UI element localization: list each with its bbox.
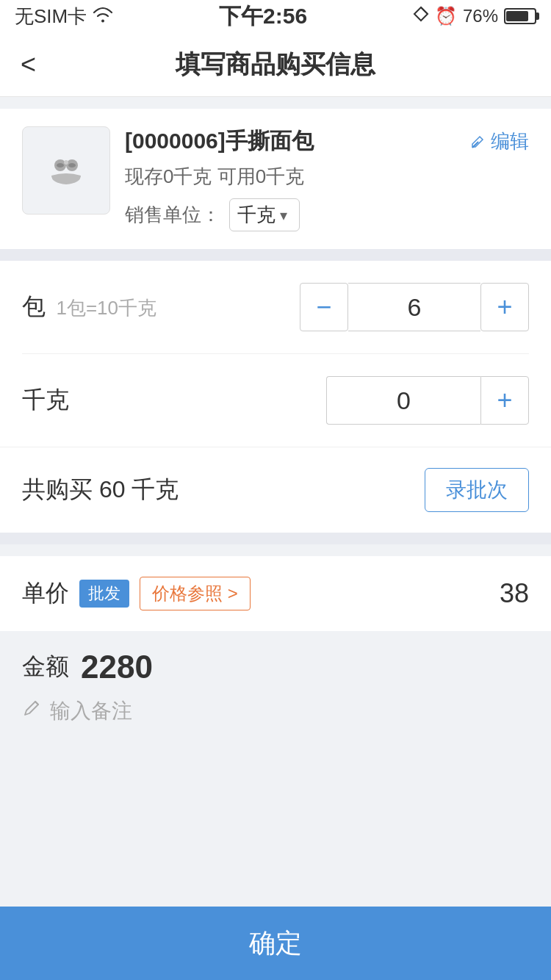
chevron-down-icon: ▾ <box>280 206 287 224</box>
alarm-icon: ⏰ <box>435 6 457 26</box>
bao-minus-button[interactable]: − <box>300 283 348 331</box>
carrier-label: 无SIM卡 <box>15 4 87 29</box>
product-stock: 现存0千克 可用0千克 <box>125 164 529 190</box>
pencil-icon <box>22 699 43 724</box>
remark-row[interactable]: 输入备注 <box>22 697 529 725</box>
status-left: 无SIM卡 <box>15 4 113 29</box>
price-label: 单价 <box>22 577 69 610</box>
edit-button[interactable]: 编辑 <box>469 129 529 154</box>
bao-qty-control: − + <box>300 283 529 331</box>
svg-point-3 <box>68 163 76 167</box>
kg-qty-input[interactable] <box>326 376 480 425</box>
location-icon <box>413 6 429 26</box>
unit-value: 千克 <box>237 202 276 228</box>
svg-point-4 <box>64 160 68 165</box>
amount-value: 2280 <box>81 649 153 685</box>
status-right: ⏰ 76% <box>413 6 536 26</box>
product-card: [0000006]手撕面包 编辑 现存0千克 可用0千克 销售单位： 千克 ▾ <box>0 109 551 249</box>
price-left: 单价 批发 价格参照 > <box>22 577 251 610</box>
total-text: 共购买 60 千克 <box>22 474 179 506</box>
edit-label: 编辑 <box>491 129 529 154</box>
bao-label: 包 <box>22 293 46 320</box>
price-section: 单价 批发 价格参照 > 38 <box>0 556 551 631</box>
svg-point-2 <box>57 163 64 167</box>
batch-button[interactable]: 录批次 <box>425 468 529 512</box>
product-name: [0000006]手撕面包 <box>125 126 314 156</box>
price-ref-button[interactable]: 价格参照 > <box>140 577 251 610</box>
section-divider-1 <box>0 249 551 261</box>
confirm-button[interactable]: 确定 <box>0 907 551 980</box>
status-bar: 无SIM卡 下午2:56 ⏰ 76% <box>0 0 551 32</box>
product-info: [0000006]手撕面包 编辑 现存0千克 可用0千克 销售单位： 千克 ▾ <box>125 126 529 231</box>
price-value: 38 <box>500 578 529 609</box>
back-button[interactable]: < <box>21 49 36 80</box>
bao-hint: 1包=10千克 <box>56 297 156 319</box>
kg-qty-control: + <box>326 376 529 425</box>
unit-select[interactable]: 千克 ▾ <box>229 198 300 231</box>
amount-section: 金额 2280 输入备注 <box>0 631 551 737</box>
wifi-icon <box>93 5 113 28</box>
kg-label: 千克 <box>22 384 69 417</box>
status-time: 下午2:56 <box>219 1 307 32</box>
bao-plus-button[interactable]: + <box>480 283 529 331</box>
nav-bar: < 填写商品购买信息 <box>0 32 551 97</box>
bao-label-group: 包 1包=10千克 <box>22 291 156 323</box>
battery-percent: 76% <box>463 6 498 26</box>
section-divider-3 <box>0 533 551 544</box>
price-tag: 批发 <box>79 580 129 608</box>
quantity-section: 包 1包=10千克 − + 千克 + <box>0 261 551 447</box>
product-thumbnail <box>22 126 110 215</box>
unit-label: 销售单位： <box>125 202 220 228</box>
bao-qty-input[interactable] <box>348 283 480 331</box>
page-title: 填写商品购买信息 <box>176 48 375 82</box>
kg-row: 千克 + <box>22 354 529 447</box>
kg-plus-button[interactable]: + <box>480 376 529 425</box>
amount-label: 金额 <box>22 651 69 683</box>
remark-placeholder: 输入备注 <box>50 697 132 725</box>
battery-icon <box>504 8 536 24</box>
bao-row: 包 1包=10千克 − + <box>22 261 529 354</box>
total-section: 共购买 60 千克 录批次 <box>0 447 551 533</box>
